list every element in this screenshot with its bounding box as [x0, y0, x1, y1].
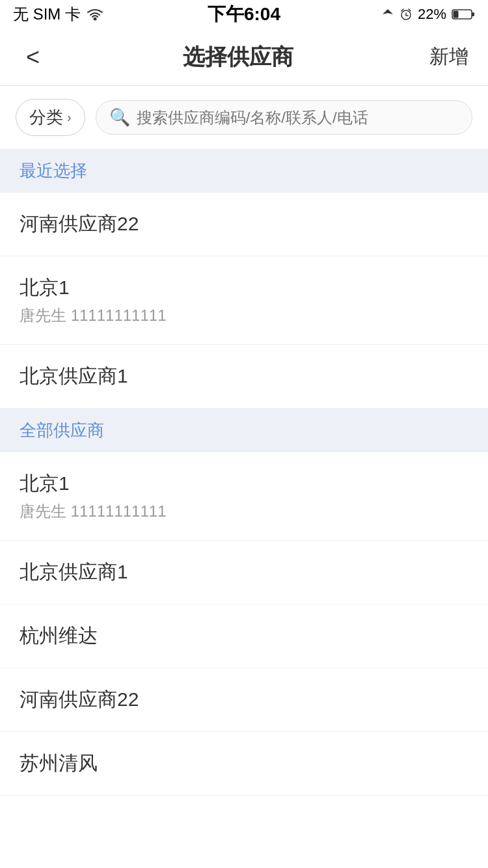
- all-list-item[interactable]: 北京供应商1: [0, 541, 488, 604]
- item-name: 北京供应商1: [20, 559, 468, 586]
- alarm-icon: [400, 8, 413, 21]
- chevron-right-icon: ›: [67, 110, 72, 125]
- location-icon: [381, 8, 394, 21]
- search-icon: 🔍: [109, 107, 130, 128]
- search-box[interactable]: 🔍: [96, 100, 472, 135]
- page-title: 选择供应商: [183, 42, 293, 72]
- category-button[interactable]: 分类 ›: [16, 99, 85, 136]
- battery-icon: [452, 8, 475, 20]
- item-name: 河南供应商22: [20, 211, 468, 237]
- status-left: 无 SIM 卡: [13, 4, 104, 25]
- all-section-header: 全部供应商: [0, 409, 488, 452]
- item-name: 杭州维达: [20, 623, 468, 649]
- status-time: 下午6:04: [208, 2, 280, 27]
- all-label: 全部供应商: [20, 420, 104, 440]
- svg-point-0: [94, 18, 97, 21]
- filter-bar: 分类 › 🔍: [0, 86, 488, 149]
- all-list-item[interactable]: 杭州维达: [0, 604, 488, 668]
- category-label: 分类: [29, 106, 63, 129]
- svg-rect-4: [454, 11, 459, 18]
- recent-list: 河南供应商22北京1唐先生 11111111111北京供应商1: [0, 193, 488, 409]
- no-sim-text: 无 SIM 卡: [13, 4, 81, 25]
- recent-label: 最近选择: [20, 161, 87, 180]
- all-list: 北京1唐先生 11111111111北京供应商1杭州维达河南供应商22苏州清风: [0, 452, 488, 796]
- recent-list-item[interactable]: 北京1唐先生 11111111111: [0, 256, 488, 345]
- item-name: 北京1: [20, 470, 468, 497]
- svg-rect-3: [472, 12, 474, 16]
- item-name: 北京供应商1: [20, 363, 468, 390]
- all-list-item[interactable]: 苏州清风: [0, 732, 488, 796]
- item-name: 苏州清风: [20, 750, 468, 777]
- all-list-item[interactable]: 河南供应商22: [0, 668, 488, 732]
- nav-bar: < 选择供应商 新增: [0, 29, 488, 86]
- item-name: 河南供应商22: [20, 686, 468, 713]
- wifi-icon: [86, 8, 104, 21]
- all-list-item[interactable]: 北京1唐先生 11111111111: [0, 452, 488, 541]
- status-right: 22%: [381, 6, 475, 23]
- item-name: 北京1: [20, 275, 468, 301]
- item-sub: 唐先生 11111111111: [20, 305, 468, 326]
- item-sub: 唐先生 11111111111: [20, 501, 468, 522]
- battery-text: 22%: [418, 6, 446, 23]
- status-bar: 无 SIM 卡 下午6:04 22%: [0, 0, 488, 29]
- add-button[interactable]: 新增: [429, 44, 468, 70]
- search-input[interactable]: [137, 109, 459, 127]
- back-button[interactable]: <: [20, 37, 46, 77]
- recent-list-item[interactable]: 北京供应商1: [0, 345, 488, 409]
- recent-list-item[interactable]: 河南供应商22: [0, 193, 488, 256]
- recent-section-header: 最近选择: [0, 149, 488, 193]
